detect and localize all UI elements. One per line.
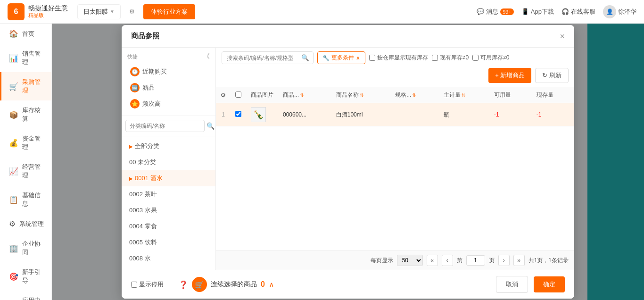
product-table: ⚙ 商品图片 商品...⇅ 商品名称⇅ 规格...⇅ 主计量⇅ 可用量 现存量 bbox=[216, 87, 574, 126]
category-item-0002[interactable]: 0002 茶叶 bbox=[122, 186, 215, 202]
cancel-button[interactable]: 取消 bbox=[496, 276, 528, 293]
system-icon: ⚙ bbox=[9, 219, 16, 228]
col-header-settings[interactable]: ⚙ bbox=[216, 87, 231, 103]
close-icon[interactable]: × bbox=[560, 32, 565, 41]
sidebar-item-inventory[interactable]: 📦 库存核算 bbox=[0, 100, 51, 129]
row-checkbox-cell[interactable] bbox=[231, 103, 246, 126]
product-pagination: 每页显示 50 10 20 100 « ‹ 第 页 › » bbox=[216, 250, 574, 270]
warehouse-stock-checkbox[interactable]: 按仓库显示现有库存 bbox=[369, 54, 428, 62]
add-product-button[interactable]: + 新增商品 bbox=[488, 68, 531, 83]
selected-products-label: 连续选择的商品 bbox=[211, 280, 257, 289]
main-content: 商品参照 × 快捷 《 🕐 近期购买 bbox=[52, 24, 644, 300]
settings-icon[interactable]: ⚙ bbox=[124, 4, 140, 19]
total-info: 共1页，1条记录 bbox=[528, 257, 569, 265]
quick-item-new[interactable]: 🆕 新品 bbox=[125, 80, 212, 96]
cart-button[interactable]: 🛒 bbox=[192, 277, 207, 292]
sidebar-item-basic[interactable]: 📋 基础信息 bbox=[0, 185, 51, 214]
category-item-0004[interactable]: 0004 零食 bbox=[122, 218, 215, 234]
more-filter-button[interactable]: 🔧 更多条件 ∧ bbox=[317, 51, 365, 64]
help-icon[interactable]: ❓ bbox=[179, 280, 188, 289]
notification-button[interactable]: 💬 消息 99+ bbox=[477, 8, 514, 16]
panel-collapse-button[interactable]: 《 bbox=[203, 52, 210, 61]
product-stock-cell: -1 bbox=[532, 103, 574, 126]
category-list: ▶ 全部分类 00 未分类 ▶ 0001 酒水 0002 茶叶 bbox=[122, 136, 215, 270]
modal-header: 商品参照 × bbox=[122, 25, 574, 48]
category-item-0005[interactable]: 0005 饮料 bbox=[122, 234, 215, 250]
category-search-input[interactable] bbox=[125, 120, 205, 132]
sidebar-item-finance[interactable]: 💰 资金管理 bbox=[0, 129, 51, 157]
product-thumbnail: 🍾 bbox=[251, 107, 266, 122]
chevron-right-icon-0001: ▶ bbox=[129, 176, 133, 181]
col-header-unit[interactable]: 主计量⇅ bbox=[439, 87, 489, 103]
experience-button[interactable]: 体验行业方案 bbox=[143, 4, 195, 19]
navbar: 6 畅捷通好生意 精品版 日太阳膜 ▼ ⚙ 体验行业方案 💬 消息 99+ 📱 … bbox=[0, 0, 644, 24]
last-page-button[interactable]: » bbox=[513, 255, 525, 266]
basic-icon: 📋 bbox=[9, 195, 18, 204]
select-all-checkbox[interactable] bbox=[235, 92, 241, 98]
product-name-cell: 白酒100ml bbox=[331, 103, 391, 126]
table-row[interactable]: 1 🍾 000600... 白酒100ml 瓶 -1 bbox=[216, 103, 574, 126]
quick-access: 快捷 《 🕐 近期购买 🆕 新品 ⭐ 频次高 bbox=[122, 48, 215, 116]
enterprise-icon: 🏢 bbox=[9, 244, 18, 253]
sidebar-item-system[interactable]: ⚙ 系统管理 bbox=[0, 214, 51, 234]
product-search-group: 🔍 bbox=[222, 51, 314, 64]
confirm-button[interactable]: 确定 bbox=[534, 276, 565, 292]
category-search-button[interactable]: 🔍 bbox=[206, 122, 215, 130]
sidebar-item-sales[interactable]: 📊 销售管理 bbox=[0, 44, 51, 72]
col-header-code[interactable]: 商品...⇅ bbox=[278, 87, 331, 103]
next-page-button[interactable]: › bbox=[498, 255, 510, 266]
sort-icon-code: ⇅ bbox=[300, 92, 304, 98]
store-selector[interactable]: 日太阳膜 ▼ bbox=[77, 4, 121, 19]
row-number: 1 bbox=[216, 103, 231, 126]
finance-icon: 💰 bbox=[9, 139, 18, 148]
modal-body: 快捷 《 🕐 近期购买 🆕 新品 ⭐ 频次高 bbox=[122, 48, 574, 270]
page-number-input[interactable] bbox=[466, 255, 485, 266]
product-table-container: ⚙ 商品图片 商品...⇅ 商品名称⇅ 规格...⇅ 主计量⇅ 可用量 现存量 bbox=[216, 87, 574, 250]
purchase-icon: 🛒 bbox=[9, 82, 18, 91]
nonzero-stock-checkbox[interactable]: 现有库存≠0 bbox=[432, 54, 469, 62]
product-search-input[interactable] bbox=[222, 52, 297, 64]
page-suffix: 页 bbox=[489, 257, 495, 265]
category-item-0008[interactable]: 0008 水 bbox=[122, 250, 215, 267]
category-item-0010[interactable]: 0010 家电 bbox=[122, 267, 215, 270]
sidebar-item-enterprise[interactable]: 🏢 企业协同 bbox=[0, 234, 51, 262]
inventory-icon: 📦 bbox=[9, 110, 18, 119]
category-item-all[interactable]: ▶ 全部分类 bbox=[122, 138, 215, 154]
quick-item-frequent[interactable]: ⭐ 频次高 bbox=[125, 96, 212, 112]
category-item-0001[interactable]: ▶ 0001 酒水 bbox=[122, 170, 215, 186]
col-header-available: 可用量 bbox=[489, 87, 532, 103]
user-avatar[interactable]: 👤 徐泽华 bbox=[603, 5, 636, 18]
toolbar-right: + 新增商品 ↻ 刷新 bbox=[488, 68, 569, 83]
first-page-button[interactable]: « bbox=[427, 255, 438, 266]
col-header-name[interactable]: 商品名称⇅ bbox=[331, 87, 391, 103]
filter-icon: 🔧 bbox=[322, 55, 330, 61]
col-header-select bbox=[231, 87, 246, 103]
category-item-0003[interactable]: 0003 水果 bbox=[122, 202, 215, 218]
sidebar: 🏠 首页 📊 销售管理 🛒 采购管理 📦 库存核算 💰 资金管理 📈 经营管理 … bbox=[0, 24, 52, 300]
col-header-spec[interactable]: 规格...⇅ bbox=[390, 87, 439, 103]
modal-bottom-bar: 显示停用 ❓ 🛒 连续选择的商品 0 ∧ 取消 确定 bbox=[122, 270, 574, 299]
app-download-button[interactable]: 📱 App下载 bbox=[521, 8, 554, 16]
operations-icon: 📈 bbox=[9, 167, 18, 176]
cart-icon: 🛒 bbox=[195, 280, 204, 289]
refresh-button[interactable]: ↻ 刷新 bbox=[535, 68, 569, 83]
sidebar-item-purchase[interactable]: 🛒 采购管理 bbox=[0, 72, 51, 100]
sidebar-item-home[interactable]: 🏠 首页 bbox=[0, 24, 51, 44]
collapse-button[interactable]: ∧ bbox=[269, 280, 274, 289]
sidebar-item-guide[interactable]: 🎯 新手引导 bbox=[0, 262, 51, 291]
page-size-select[interactable]: 50 10 20 100 bbox=[397, 255, 423, 266]
show-disabled-checkbox[interactable]: 显示停用 bbox=[131, 280, 164, 289]
product-image-cell: 🍾 bbox=[246, 103, 278, 126]
product-search-button[interactable]: 🔍 bbox=[297, 52, 313, 64]
quick-item-recent[interactable]: 🕐 近期购买 bbox=[125, 64, 212, 80]
sidebar-item-operations[interactable]: 📈 经营管理 bbox=[0, 157, 51, 185]
online-service-button[interactable]: 🎧 在线客服 bbox=[561, 8, 595, 16]
logo-text: 畅捷通好生意 精品版 bbox=[28, 4, 68, 19]
prev-page-button[interactable]: ‹ bbox=[442, 255, 453, 266]
modal-title: 商品参照 bbox=[131, 32, 159, 41]
avatar: 👤 bbox=[603, 5, 616, 18]
sidebar-item-appcenter[interactable]: 📱 应用中心 bbox=[0, 291, 51, 300]
sort-icon-spec: ⇅ bbox=[412, 92, 416, 98]
nonzero-available-checkbox[interactable]: 可用库存≠0 bbox=[472, 54, 509, 62]
category-item-00[interactable]: 00 未分类 bbox=[122, 154, 215, 170]
